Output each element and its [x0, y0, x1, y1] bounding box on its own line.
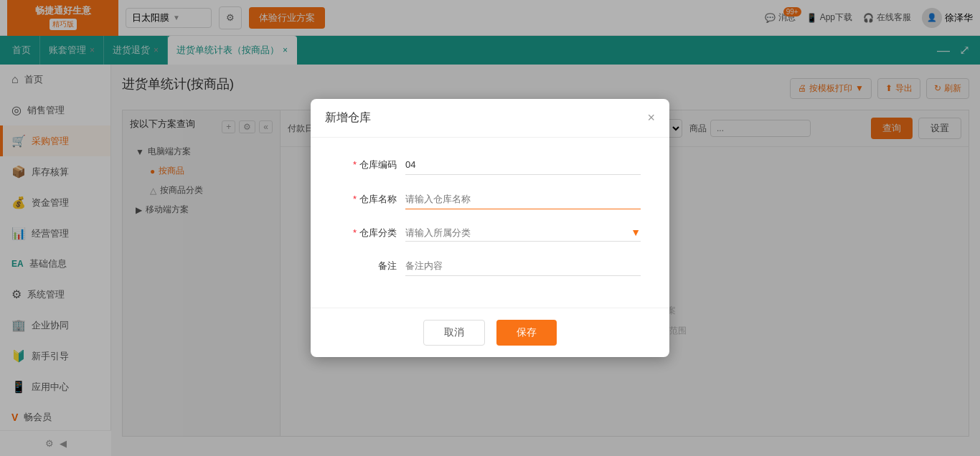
- warehouse-name-row: 仓库名称: [339, 189, 641, 209]
- dialog-body: 仓库编码 仓库名称 仓库分类 ▼ 备注: [311, 138, 669, 308]
- category-dropdown-arrow[interactable]: ▼: [631, 227, 641, 238]
- warehouse-name-label: 仓库名称: [339, 193, 397, 206]
- warehouse-category-row: 仓库分类 ▼: [339, 224, 641, 242]
- remark-row: 备注: [339, 256, 641, 276]
- warehouse-category-input[interactable]: [405, 227, 631, 238]
- dialog-footer: 取消 保存: [311, 308, 669, 357]
- warehouse-category-wrapper: ▼: [405, 224, 641, 242]
- warehouse-code-input[interactable]: [405, 155, 641, 175]
- dialog-header: 新增仓库 ×: [311, 99, 669, 138]
- warehouse-category-label: 仓库分类: [339, 227, 397, 239]
- dialog-title: 新增仓库: [325, 110, 371, 125]
- modal-overlay[interactable]: 新增仓库 × 仓库编码 仓库名称 仓库分类 ▼: [0, 0, 980, 456]
- save-button[interactable]: 保存: [496, 320, 557, 346]
- remark-label: 备注: [339, 260, 397, 272]
- dialog-close-button[interactable]: ×: [647, 110, 655, 125]
- cancel-button[interactable]: 取消: [423, 320, 485, 346]
- warehouse-name-input[interactable]: [405, 189, 641, 209]
- warehouse-code-row: 仓库编码: [339, 155, 641, 175]
- warehouse-code-label: 仓库编码: [339, 158, 397, 171]
- new-warehouse-dialog: 新增仓库 × 仓库编码 仓库名称 仓库分类 ▼: [311, 99, 669, 357]
- remark-input[interactable]: [405, 256, 641, 276]
